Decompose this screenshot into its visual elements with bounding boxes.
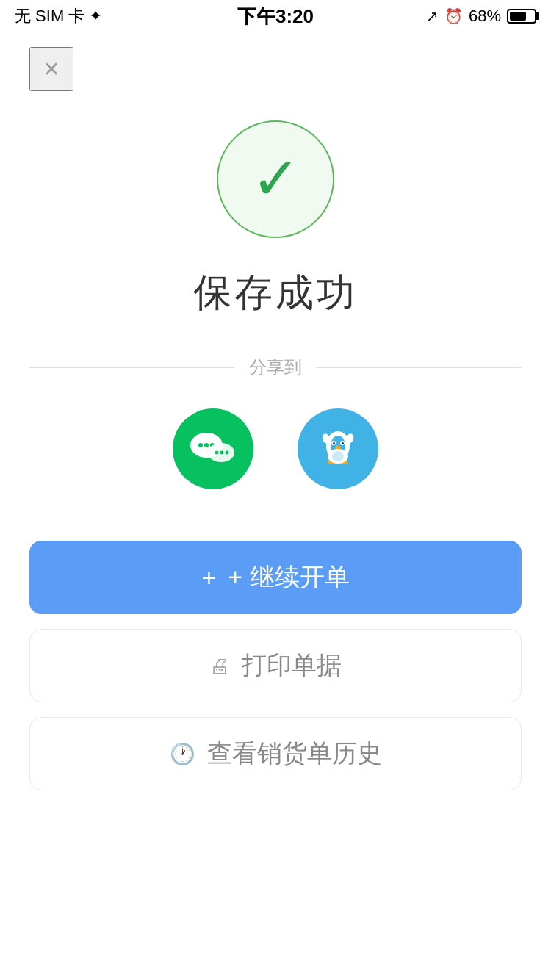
status-time: 下午3:20 bbox=[237, 4, 314, 29]
print-icon: 🖨 bbox=[209, 654, 230, 678]
history-label: 查看销货单历史 bbox=[207, 737, 382, 771]
continue-order-button[interactable]: + + 继续开单 bbox=[29, 541, 522, 614]
svg-point-14 bbox=[335, 446, 341, 450]
status-left: 无 SIM 卡 ✦ bbox=[15, 5, 102, 27]
close-button[interactable]: × bbox=[29, 47, 73, 91]
battery-text: 68% bbox=[469, 7, 501, 26]
print-button[interactable]: 🖨 打印单据 bbox=[29, 629, 522, 702]
continue-order-label: + 继续开单 bbox=[228, 561, 349, 594]
svg-point-6 bbox=[220, 451, 224, 455]
share-label: 分享到 bbox=[249, 356, 302, 379]
share-row bbox=[173, 408, 378, 489]
svg-point-13 bbox=[342, 442, 344, 444]
svg-point-7 bbox=[226, 451, 229, 455]
checkmark-icon: ✓ bbox=[251, 150, 300, 209]
divider-left bbox=[29, 367, 234, 368]
success-title: 保存成功 bbox=[193, 267, 358, 319]
success-circle: ✓ bbox=[217, 120, 334, 238]
qq-icon bbox=[316, 427, 360, 471]
svg-point-18 bbox=[332, 451, 344, 461]
print-label: 打印单据 bbox=[242, 649, 342, 682]
signal-text: 无 SIM 卡 ✦ bbox=[15, 5, 102, 27]
status-bar: 无 SIM 卡 ✦ 下午3:20 ↗ ⏰ 68% bbox=[0, 0, 551, 32]
main-content: × ✓ 保存成功 分享到 bbox=[0, 32, 551, 980]
battery-icon bbox=[507, 9, 536, 24]
history-button[interactable]: 🕐 查看销货单历史 bbox=[29, 717, 522, 790]
location-icon: ↗ bbox=[426, 7, 439, 25]
close-icon: × bbox=[43, 54, 59, 84]
status-right: ↗ ⏰ 68% bbox=[426, 7, 536, 26]
svg-point-1 bbox=[198, 443, 203, 447]
divider-right bbox=[317, 367, 522, 368]
action-buttons: + + 继续开单 🖨 打印单据 🕐 查看销货单历史 bbox=[29, 541, 522, 790]
wechat-share-button[interactable] bbox=[173, 408, 253, 489]
alarm-icon: ⏰ bbox=[444, 7, 463, 25]
history-icon: 🕐 bbox=[170, 742, 195, 766]
svg-point-5 bbox=[215, 451, 219, 455]
wechat-icon bbox=[187, 423, 239, 475]
qq-share-button[interactable] bbox=[298, 408, 378, 489]
svg-point-12 bbox=[333, 442, 335, 444]
share-divider: 分享到 bbox=[29, 356, 522, 379]
svg-point-2 bbox=[204, 443, 209, 447]
plus-icon: + bbox=[201, 563, 216, 592]
